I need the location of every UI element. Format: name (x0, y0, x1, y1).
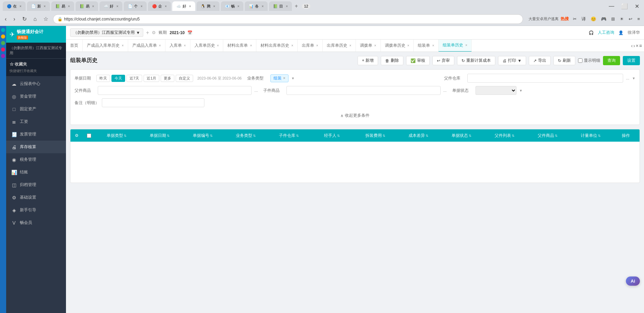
close-in-order[interactable]: × (184, 44, 186, 47)
th-business-type[interactable]: 业务类型 ⇅ (224, 133, 267, 139)
nav-tab-home[interactable]: 首页 (66, 40, 83, 52)
date-btn-yesterday[interactable]: 昨天 (96, 75, 110, 82)
browser-tab-8[interactable]: ☁️好× (172, 1, 195, 11)
th-order-status[interactable]: 单据状态 ⇅ (440, 133, 483, 139)
minimize-button[interactable]: — (607, 2, 616, 10)
nav-tab-out-order[interactable]: 出库单 × (298, 40, 323, 52)
maximize-button[interactable]: ⬜ (619, 2, 630, 10)
nav-tab-in-history[interactable]: 入库单历史 × (190, 40, 224, 52)
print-dropdown-arrow[interactable]: ▼ (518, 58, 522, 63)
ai-button[interactable]: Ai (626, 276, 640, 286)
th-order-date[interactable]: 单据日期 ⇅ (138, 133, 181, 139)
refresh-button[interactable]: ↻ 刷新 (553, 56, 575, 65)
tab-scroll-right[interactable]: › (633, 43, 635, 48)
parent-warehouse-ellipsis[interactable]: ... (626, 76, 629, 81)
collapse-button[interactable]: ∧ 收起更多条件 (75, 111, 635, 120)
sun-btn[interactable]: ☀ (618, 16, 625, 22)
show-detail-checkbox[interactable] (578, 58, 582, 63)
audit-button[interactable]: ✅ 审核 (406, 56, 430, 65)
calendar-icon[interactable]: 📅 (187, 30, 192, 35)
app-icon-4[interactable] (1, 47, 5, 52)
tab-scroll-left[interactable]: ‹ (631, 43, 633, 48)
undo-btn[interactable]: ↩ (627, 16, 634, 22)
th-handler[interactable]: 经手人 ⇅ (310, 133, 353, 139)
select-all-checkbox[interactable] (87, 133, 91, 138)
parent-warehouse-input[interactable] (467, 74, 623, 83)
business-type-tag-close[interactable]: × (283, 76, 285, 81)
close-out-order[interactable]: × (316, 44, 318, 47)
tab-close-all[interactable]: × (636, 43, 639, 48)
close-assemble-history[interactable]: × (465, 43, 467, 47)
scissors-btn[interactable]: ✂ (572, 16, 578, 22)
export-button[interactable]: ↗ 导出 (529, 56, 551, 65)
print-button[interactable]: 🖨 打印 ▼ (498, 56, 526, 65)
company-selector[interactable]: （勿删勿禁用）江西服宝测试专用 ▼ (70, 28, 143, 37)
child-goods-ellipsis[interactable]: ... (443, 88, 447, 93)
browser-tab-6[interactable]: 📄个× (124, 1, 147, 11)
close-in-history[interactable]: × (217, 44, 219, 47)
nav-tab-out-history[interactable]: 出库单历史 × (323, 40, 356, 52)
date-btn-7days[interactable]: 近7天 (126, 75, 142, 82)
close-adjust[interactable]: × (374, 44, 376, 47)
nav-tab-in-order[interactable]: 入库单 × (165, 40, 190, 52)
menu-btn[interactable]: ≡ (636, 16, 641, 22)
th-cost-diff[interactable]: 成本差异 ⇅ (397, 133, 440, 139)
remarks-input[interactable] (102, 98, 204, 107)
close-prod-in[interactable]: × (159, 44, 161, 47)
sidebar-item-new-guide[interactable]: ◈ 新手引导 (6, 204, 66, 216)
browser-tab-12[interactable]: 📗目× (269, 1, 292, 11)
nav-tab-assemble-history[interactable]: 组装单历史 × (439, 40, 472, 52)
sidebar-item-invoice-mgmt[interactable]: 🧾 发票管理 (6, 128, 66, 141)
show-detail-checkbox-label[interactable]: 显示明细 (578, 58, 600, 63)
app-icon-3[interactable] (1, 41, 5, 45)
browser-tab-10[interactable]: 📧畅× (221, 1, 244, 11)
grid-btn[interactable]: ⊞ (610, 16, 616, 22)
date-btn-more[interactable]: 更多 (161, 75, 174, 82)
th-parent-goods[interactable]: 父件商品 ⇅ (526, 133, 569, 139)
nav-tab-adjust-history[interactable]: 调拨单历史 × (381, 40, 414, 52)
sidebar-item-checkout[interactable]: 📊 结账 (6, 166, 66, 179)
sidebar-item-payroll[interactable]: ≣ 工资 (6, 115, 66, 128)
settings-gear-button[interactable]: ⚙ (152, 30, 156, 35)
close-adjust-history[interactable]: × (407, 44, 410, 47)
new-button[interactable]: + 新增 (358, 56, 378, 65)
th-order-type[interactable]: 单据类型 ⇅ (95, 133, 138, 139)
nav-tab-assemble[interactable]: 组装单 × (414, 40, 439, 52)
table-header-checkbox[interactable] (83, 129, 95, 142)
parent-goods-input[interactable] (98, 86, 252, 95)
game-btn[interactable]: 🎮 (600, 16, 608, 22)
back-button[interactable]: ‹ (3, 15, 9, 23)
sidebar-item-cloud-report[interactable]: ☁ 云报表中心 (6, 77, 66, 90)
nav-tab-mat-out[interactable]: 材料出库单 × (223, 40, 256, 52)
close-button[interactable]: ✕ (633, 2, 641, 10)
abandon-button[interactable]: ↩ 弃审 (432, 56, 454, 65)
date-btn-today[interactable]: 今天 (111, 75, 125, 82)
query-button[interactable]: 查询 (603, 56, 620, 65)
browser-tab-3[interactable]: 📗易× (51, 1, 74, 11)
browser-tab-9[interactable]: 🐧腾× (197, 1, 219, 11)
th-order-no[interactable]: 单据编号 ⇅ (181, 133, 224, 139)
close-mat-out-history[interactable]: × (291, 44, 293, 47)
close-prod-in-history[interactable]: × (122, 44, 124, 47)
nav-tab-mat-out-history[interactable]: 材料出库单历史 × (256, 40, 298, 52)
th-unit[interactable]: 计量单位 ⇅ (569, 133, 612, 139)
sidebar-item-tax-mgmt[interactable]: ◉ 税务管理 (6, 153, 66, 166)
delete-button[interactable]: 🗑 删除 (381, 56, 403, 65)
new-tab-button[interactable]: + (293, 3, 299, 9)
address-bar[interactable]: 🔒 https://cloud.chanjet.com/accounting/u… (53, 14, 523, 24)
date-btn-custom[interactable]: 自定义 (176, 75, 193, 82)
th-disassembly-cost[interactable]: 拆装费用 ⇅ (353, 133, 397, 139)
settings-button[interactable]: 设置 (623, 56, 640, 65)
home-button[interactable]: ⌂ (31, 15, 39, 23)
forward-button[interactable]: › (11, 15, 17, 23)
browser-tab-5[interactable]: ☁️好× (99, 1, 122, 11)
sidebar-item-basic-settings[interactable]: ⚙ 基础设置 (6, 191, 66, 204)
nav-tab-prod-in[interactable]: 产成品入库单 × (128, 40, 165, 52)
app-icon-5[interactable] (1, 54, 5, 58)
app-icon-2[interactable] (1, 34, 5, 39)
emoji-btn[interactable]: 😊 (589, 16, 598, 22)
browser-tab-4[interactable]: 📗易× (76, 1, 98, 11)
customer-service-label[interactable]: 人工咨询 (598, 30, 614, 35)
close-assemble[interactable]: × (432, 44, 434, 47)
order-status-arrow[interactable]: ▼ (519, 89, 523, 93)
